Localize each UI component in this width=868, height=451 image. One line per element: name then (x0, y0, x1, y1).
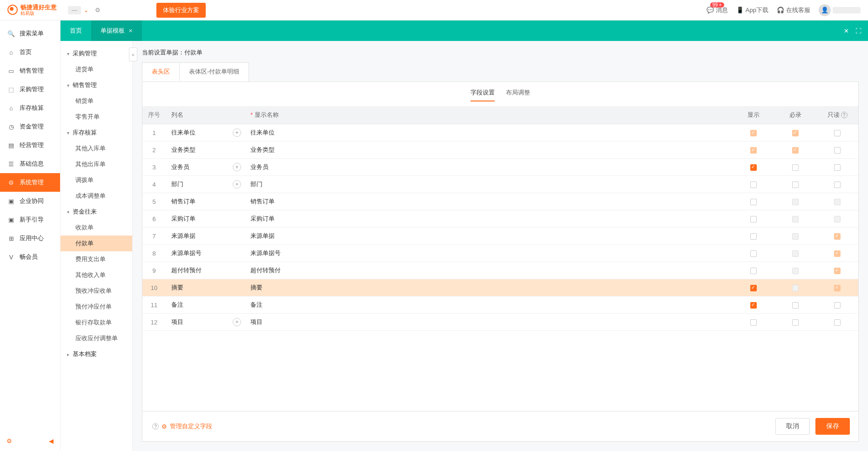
tree-leaf[interactable]: 进货单 (61, 61, 132, 77)
table-row[interactable]: 10摘要摘要 (142, 279, 858, 296)
tree-leaf[interactable]: 付款单 (61, 236, 132, 251)
cell-display[interactable]: 往来单位 (245, 124, 733, 141)
cell-display[interactable]: 来源单据号 (245, 245, 733, 262)
checkbox[interactable] (750, 199, 757, 205)
close-icon[interactable]: ✕ (128, 28, 133, 34)
tree-leaf[interactable]: 销货单 (61, 93, 132, 109)
checkbox[interactable] (834, 302, 841, 309)
checkbox[interactable] (834, 130, 841, 136)
checkbox[interactable] (834, 147, 841, 154)
tree-leaf[interactable]: 收款单 (61, 220, 132, 236)
menu-purchase[interactable]: ⬚采购管理 (0, 80, 60, 99)
menu-basic[interactable]: ☰基础信息 (0, 155, 60, 173)
tree-group[interactable]: ▾采购管理 (61, 46, 132, 61)
help-icon[interactable]: ? (152, 423, 159, 430)
collapse-sidebar-icon[interactable]: ◀ (49, 438, 54, 444)
tree-leaf[interactable]: 预收冲应收单 (61, 283, 132, 299)
table-row[interactable]: 7来源单据来源单据 (142, 228, 858, 245)
messages-link[interactable]: 💬 消息 99 + (707, 6, 728, 14)
cell-display[interactable]: 来源单据 (245, 228, 733, 245)
menu-home[interactable]: ⌂首页 (0, 43, 60, 61)
cell-display[interactable]: 超付转预付 (245, 262, 733, 279)
table-row[interactable]: 3业务员+业务员 (142, 159, 858, 176)
table-row[interactable]: 2业务类型业务类型 (142, 141, 858, 159)
plus-icon[interactable]: + (233, 128, 241, 137)
tree-group[interactable]: ▸基本档案 (61, 346, 132, 362)
fullscreen-icon[interactable]: ⛶ (855, 27, 861, 34)
tree-group[interactable]: ▾库存核算 (61, 125, 132, 141)
tab-首页[interactable]: 首页 (61, 20, 91, 41)
tree-group[interactable]: ▾资金往来 (61, 204, 132, 220)
manage-custom-fields-link[interactable]: 管理自定义字段 (170, 422, 212, 431)
user-menu[interactable]: 👤 (819, 4, 861, 16)
online-service-link[interactable]: 🎧 在线客服 (777, 6, 810, 14)
checkbox[interactable] (750, 233, 757, 240)
plus-icon[interactable]: + (233, 163, 241, 171)
tree-leaf[interactable]: 调拨单 (61, 172, 132, 188)
checkbox[interactable] (750, 164, 757, 171)
view-tab[interactable]: 布局调整 (506, 88, 530, 101)
tree-leaf[interactable]: 预付冲应付单 (61, 299, 132, 315)
menu-apps[interactable]: ⊞应用中心 (0, 229, 60, 248)
table-row[interactable]: 4部门+部门 (142, 176, 858, 193)
menu-guide[interactable]: ▣新手引导 (0, 210, 60, 229)
close-all-tabs-icon[interactable]: ✕ (844, 27, 849, 34)
cell-display[interactable]: 备注 (245, 296, 733, 314)
tree-leaf[interactable]: 应收应付调整单 (61, 330, 132, 346)
settings-icon[interactable]: ⚙ (7, 438, 12, 444)
table-row[interactable]: 8来源单据号来源单据号 (142, 245, 858, 262)
cell-display[interactable]: 摘要 (245, 279, 733, 296)
checkbox[interactable] (750, 216, 757, 222)
checkbox[interactable] (792, 302, 799, 309)
table-row[interactable]: 11备注备注 (142, 296, 858, 314)
checkbox[interactable] (834, 319, 841, 326)
menu-finance[interactable]: ◷资金管理 (0, 117, 60, 136)
cell-display[interactable]: 业务类型 (245, 141, 733, 159)
tree-leaf[interactable]: 银行存取款单 (61, 315, 132, 330)
checkbox[interactable] (750, 250, 757, 257)
try-industry-button[interactable]: 体验行业方案 (156, 3, 206, 18)
menu-collab[interactable]: ▣企业协同 (0, 192, 60, 210)
tab-单据模板[interactable]: 单据模板✕ (91, 20, 142, 41)
tree-leaf[interactable]: 零售开单 (61, 109, 132, 125)
checkbox[interactable] (834, 182, 841, 188)
checkbox[interactable] (792, 164, 799, 171)
plus-icon[interactable]: + (233, 318, 241, 326)
save-button[interactable]: 保存 (815, 418, 850, 435)
gear-icon[interactable]: ⚙ (95, 7, 101, 13)
menu-sales[interactable]: ▭销售管理 (0, 61, 60, 80)
collapse-tree-icon[interactable]: « (129, 47, 137, 61)
cell-display[interactable]: 业务员 (245, 159, 733, 176)
cell-display[interactable]: 项目 (245, 314, 733, 331)
checkbox[interactable] (750, 285, 757, 291)
table-row[interactable]: 6采购订单采购订单 (142, 210, 858, 228)
table-row[interactable]: 5销售订单销售订单 (142, 193, 858, 210)
menu-system[interactable]: ⚙系统管理 (0, 173, 60, 192)
menu-inventory[interactable]: ⌂库存核算 (0, 99, 60, 117)
app-download-link[interactable]: 📱 App下载 (736, 6, 768, 14)
org-selector[interactable]: — ⌄ ⚙ (68, 6, 152, 14)
checkbox[interactable] (750, 302, 757, 309)
tree-leaf[interactable]: 其他入库单 (61, 141, 132, 156)
table-row[interactable]: 9超付转预付超付转预付 (142, 262, 858, 279)
table-row[interactable]: 1往来单位+往来单位 (142, 124, 858, 141)
view-tab[interactable]: 字段设置 (471, 88, 495, 101)
zone-tab[interactable]: 表体区-付款单明细 (180, 62, 249, 81)
cell-display[interactable]: 采购订单 (245, 210, 733, 228)
cell-display[interactable]: 部门 (245, 176, 733, 193)
tree-leaf[interactable]: 其他出库单 (61, 156, 132, 172)
tree-leaf[interactable]: 成本调整单 (61, 188, 132, 204)
menu-search[interactable]: 🔍搜索菜单 (0, 24, 60, 43)
plus-icon[interactable]: + (233, 180, 241, 188)
cancel-button[interactable]: 取消 (775, 418, 810, 435)
checkbox[interactable] (750, 319, 757, 326)
tree-leaf[interactable]: 费用支出单 (61, 251, 132, 267)
menu-operation[interactable]: ▤经营管理 (0, 136, 60, 155)
cell-display[interactable]: 销售订单 (245, 193, 733, 210)
checkbox[interactable] (750, 182, 757, 188)
checkbox[interactable] (792, 182, 799, 188)
tree-leaf[interactable]: 其他收入单 (61, 267, 132, 283)
table-row[interactable]: 12项目+项目 (142, 314, 858, 331)
tree-group[interactable]: ▾销售管理 (61, 77, 132, 93)
checkbox[interactable] (792, 319, 799, 326)
